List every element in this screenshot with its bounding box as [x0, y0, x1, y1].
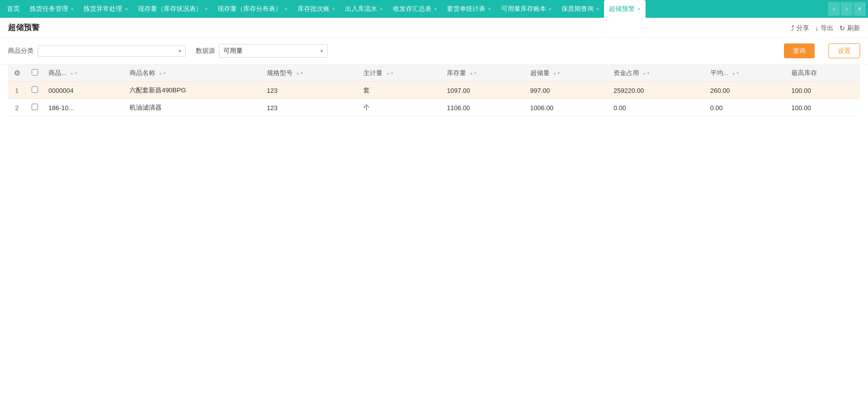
- refresh-button[interactable]: ↻ 刷新: [839, 24, 860, 33]
- datasource-label: 数据源: [196, 46, 215, 55]
- datasource-dropdown-icon: ▾: [320, 48, 323, 54]
- column-capital-used[interactable]: 资金占用 ▲▼: [608, 65, 705, 82]
- nav-close-recv-send-summary[interactable]: ×: [434, 6, 437, 12]
- nav-quality-check[interactable]: 保质期查询 ×: [557, 0, 604, 18]
- category-select[interactable]: ▾: [38, 45, 186, 57]
- table-container: ⚙ 商品... ▲▼ 商品名称 ▲▼ 规格型号 ▲▼ 主计: [0, 65, 868, 117]
- sort-icon-avg: ▲▼: [732, 72, 739, 76]
- sort-icon-stock: ▲▼: [470, 72, 477, 76]
- gear-icon[interactable]: ⚙: [13, 69, 21, 78]
- category-label: 商品分类: [8, 46, 34, 55]
- row-index-1: 2: [8, 99, 26, 117]
- sort-icon-product-name: ▲▼: [159, 72, 167, 76]
- column-avg[interactable]: 平均... ▲▼: [705, 65, 786, 82]
- table-body: 1 0000004 六配套新昌490BPG 123 套 1097.00 997.…: [8, 82, 860, 117]
- cell-avg-0: 260.00: [705, 82, 786, 99]
- column-product-name[interactable]: 商品名称 ▲▼: [125, 65, 262, 82]
- column-stock[interactable]: 库存量 ▲▼: [442, 65, 525, 82]
- datasource-filter: 数据源 可用量 ▾: [196, 44, 328, 58]
- datasource-select[interactable]: 可用量 ▾: [219, 44, 328, 58]
- cell-avg-1: 0.00: [705, 99, 786, 117]
- cell-stock-1: 1106.00: [442, 99, 525, 117]
- row-checkbox-cell-1: [26, 99, 43, 117]
- page-title: 超储预警: [8, 23, 40, 33]
- nav-close-inout-flow[interactable]: ×: [380, 6, 383, 12]
- nav-arrows: ‹ › ×: [827, 2, 866, 16]
- datasource-select-value: 可用量: [223, 46, 243, 55]
- row-checkbox-cell-0: [26, 82, 43, 99]
- data-table: ⚙ 商品... ▲▼ 商品名称 ▲▼ 规格型号 ▲▼ 主计: [8, 65, 860, 117]
- nav-task-mgmt[interactable]: 拣货任务管理 ×: [25, 0, 79, 18]
- share-button[interactable]: ⤴ 分享: [791, 24, 809, 33]
- cell-capital-used-1: 0.00: [608, 99, 705, 117]
- cell-overstock-1: 1006.00: [525, 99, 609, 117]
- nav-stock-status[interactable]: 现存量（库存状况表） ×: [133, 0, 213, 18]
- nav-order-stats[interactable]: 要货单统计表 ×: [442, 0, 496, 18]
- sort-icon-capital-used: ▲▼: [643, 72, 651, 76]
- nav-close-batch-account[interactable]: ×: [332, 6, 335, 12]
- column-product-code[interactable]: 商品... ▲▼: [43, 65, 125, 82]
- nav-available-account[interactable]: 可用量库存账本 ×: [496, 0, 557, 18]
- nav-batch-account[interactable]: 库存批次账 ×: [293, 0, 340, 18]
- nav-close-all-btn[interactable]: ×: [854, 2, 866, 16]
- export-button[interactable]: ↓ 导出: [815, 24, 833, 33]
- nav-stock-dist[interactable]: 现存量（库存分布表） ×: [213, 0, 292, 18]
- column-unit[interactable]: 主计量 ▲▼: [358, 65, 442, 82]
- category-dropdown-icon: ▾: [178, 48, 181, 54]
- cell-stock-0: 1097.00: [442, 82, 525, 99]
- cell-unit-1: 个: [358, 99, 442, 117]
- nav-close-available-account[interactable]: ×: [549, 6, 552, 12]
- cell-max-stock-1: 100.00: [786, 99, 860, 117]
- nav-close-stock-dist[interactable]: ×: [284, 6, 287, 12]
- nav-close-stock-status[interactable]: ×: [205, 6, 208, 12]
- refresh-icon: ↻: [839, 24, 845, 32]
- cell-max-stock-0: 100.00: [786, 82, 860, 99]
- sort-icon-spec: ▲▼: [296, 72, 304, 76]
- row-checkbox-1[interactable]: [32, 104, 38, 110]
- row-checkbox-0[interactable]: [32, 86, 38, 93]
- cell-overstock-0: 997.00: [525, 82, 609, 99]
- nav-abnormal[interactable]: 拣货异常处理 ×: [79, 0, 132, 18]
- select-all-checkbox[interactable]: [32, 69, 38, 76]
- filter-bar: 商品分类 ▾ 数据源 可用量 ▾ 查询 设置: [0, 38, 868, 65]
- nav-close-abnormal[interactable]: ×: [125, 6, 128, 12]
- column-spec[interactable]: 规格型号 ▲▼: [262, 65, 359, 82]
- nav-overstock-warning[interactable]: 超储预警 ×: [604, 0, 645, 18]
- nav-home[interactable]: 首页: [2, 0, 25, 18]
- column-gear: ⚙: [8, 65, 26, 82]
- table-row: 1 0000004 六配套新昌490BPG 123 套 1097.00 997.…: [8, 82, 860, 99]
- sort-icon-unit: ▲▼: [386, 72, 394, 76]
- category-filter: 商品分类 ▾: [8, 45, 186, 57]
- settings-button[interactable]: 设置: [828, 43, 860, 58]
- cell-spec-0: 123: [262, 82, 359, 99]
- table-row: 2 186-10... 机油滤清器 123 个 1106.00 1006.00 …: [8, 99, 860, 117]
- cell-spec-1: 123: [262, 99, 359, 117]
- nav-next-btn[interactable]: ›: [841, 2, 853, 16]
- nav-prev-btn[interactable]: ‹: [828, 2, 840, 16]
- column-overstock[interactable]: 超储量 ▲▼: [525, 65, 609, 82]
- cell-product-code-0: 0000004: [43, 82, 125, 99]
- nav-close-quality-check[interactable]: ×: [596, 6, 599, 12]
- column-max-stock[interactable]: 最高库存: [786, 65, 860, 82]
- table-header-row: ⚙ 商品... ▲▼ 商品名称 ▲▼ 规格型号 ▲▼ 主计: [8, 65, 860, 82]
- share-icon: ⤴: [791, 24, 794, 32]
- nav-close-order-stats[interactable]: ×: [488, 6, 491, 12]
- query-button[interactable]: 查询: [784, 43, 815, 58]
- nav-inout-flow[interactable]: 出入库流水 ×: [340, 0, 388, 18]
- sort-icon-overstock: ▲▼: [553, 72, 561, 76]
- cell-product-name-0: 六配套新昌490BPG: [125, 82, 262, 99]
- export-icon: ↓: [815, 24, 819, 32]
- cell-unit-0: 套: [358, 82, 442, 99]
- nav-recv-send-summary[interactable]: 收发存汇总表 ×: [388, 0, 442, 18]
- cell-product-code-1: 186-10...: [43, 99, 125, 117]
- page-header: 超储预警 ⤴ 分享 ↓ 导出 ↻ 刷新: [0, 18, 868, 38]
- header-actions: ⤴ 分享 ↓ 导出 ↻ 刷新: [791, 24, 860, 33]
- row-index-0: 1: [8, 82, 26, 99]
- nav-close-task-mgmt[interactable]: ×: [71, 6, 74, 12]
- top-nav: 首页 拣货任务管理 × 拣货异常处理 × 现存量（库存状况表） × 现存量（库存…: [0, 0, 868, 18]
- column-checkbox: [26, 65, 43, 82]
- nav-close-overstock-warning[interactable]: ×: [637, 6, 640, 12]
- cell-capital-used-0: 259220.00: [608, 82, 705, 99]
- sort-icon-product-code: ▲▼: [70, 72, 78, 76]
- cell-product-name-1: 机油滤清器: [125, 99, 262, 117]
